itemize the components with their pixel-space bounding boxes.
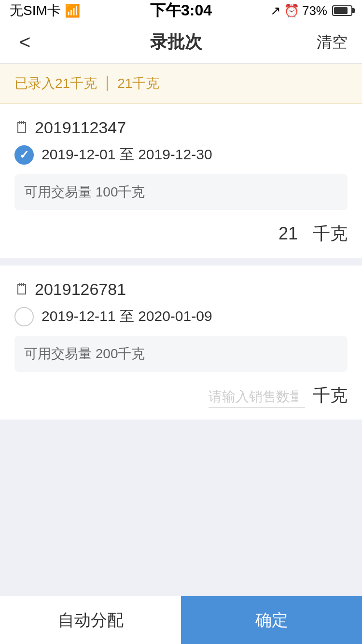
batch-2-unit: 千克 (313, 384, 348, 407)
batch-2-radio[interactable] (14, 307, 34, 326)
batch-1-date: 2019-12-01 至 2019-12-30 (42, 145, 212, 165)
batch-1-quantity-input[interactable] (209, 222, 305, 246)
battery-percent: 73% (302, 3, 327, 18)
batch-1-quantity-row: 千克 (0, 210, 362, 258)
separator-1 (0, 258, 362, 266)
batch-2-availability: 可用交易量 200千克 (14, 336, 348, 372)
info-banner: 已录入21千克 21千克 (0, 64, 362, 104)
batch-1-unit: 千克 (313, 222, 348, 246)
location-icon: ↗ (270, 3, 281, 18)
batch-1-radio[interactable] (14, 145, 34, 165)
batch-2-date: 2019-12-11 至 2020-01-09 (42, 307, 212, 326)
doc-icon-2: 🗒 (14, 280, 30, 298)
recorded-amount-label: 已录入21千克 (14, 74, 97, 93)
info-divider (107, 76, 108, 91)
clear-button[interactable]: 清空 (317, 32, 348, 53)
bottom-bar: 自动分配 确定 (0, 596, 362, 644)
recorded-amount-value: 21千克 (117, 74, 159, 93)
batch-1-header: 🗒 2019112347 (14, 118, 348, 137)
back-button[interactable]: < (14, 27, 35, 58)
wifi-icon: 📶 (65, 3, 80, 18)
batch-2-quantity-row: 千克 (0, 372, 362, 420)
nav-bar: < 录批次 清空 (0, 21, 362, 64)
auto-distribute-button[interactable]: 自动分配 (0, 596, 181, 644)
status-carrier: 无SIM卡 📶 (10, 1, 80, 20)
batch-2-header: 🗒 2019126781 (14, 280, 348, 299)
battery-icon (332, 5, 352, 16)
batch-1-availability: 可用交易量 100千克 (14, 174, 348, 210)
batch-item-2: 🗒 2019126781 2019-12-11 至 2020-01-09 可用交… (0, 266, 362, 372)
carrier-text: 无SIM卡 (10, 1, 61, 20)
batch-1-date-row[interactable]: 2019-12-01 至 2019-12-30 (14, 145, 348, 165)
batch-item-1: 🗒 2019112347 2019-12-01 至 2019-12-30 可用交… (0, 104, 362, 210)
batch-2-id: 2019126781 (35, 280, 126, 299)
status-time: 下午3:04 (150, 0, 212, 21)
batch-2-quantity-input[interactable] (209, 383, 305, 408)
confirm-button[interactable]: 确定 (181, 596, 362, 644)
page-title: 录批次 (150, 30, 202, 54)
status-bar: 无SIM卡 📶 下午3:04 ↗ ⏰ 73% (0, 0, 362, 21)
batch-2-date-row[interactable]: 2019-12-11 至 2020-01-09 (14, 307, 348, 326)
alarm-icon: ⏰ (284, 3, 299, 18)
status-right: ↗ ⏰ 73% (270, 3, 352, 18)
doc-icon-1: 🗒 (14, 119, 30, 137)
batch-1-id: 2019112347 (35, 118, 126, 137)
